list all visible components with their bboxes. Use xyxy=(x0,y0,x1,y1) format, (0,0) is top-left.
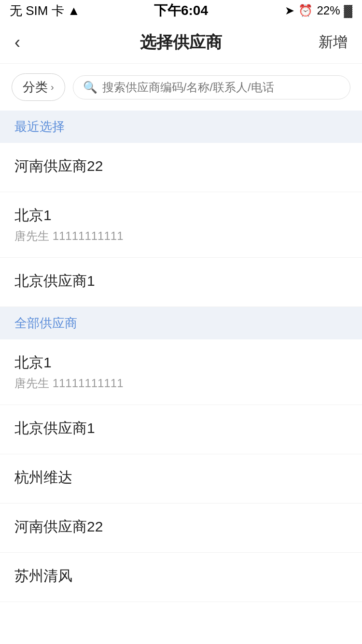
all-section-header: 全部供应商 xyxy=(0,307,362,339)
alarm-icon: ⏰ xyxy=(298,4,313,17)
item-name: 北京1 xyxy=(14,206,348,225)
battery-icon: ▓ xyxy=(344,4,353,17)
category-arrow-icon: › xyxy=(51,82,54,93)
status-left: 无 SIM 卡 ▲ xyxy=(10,2,80,19)
location-icon: ➤ xyxy=(285,4,294,17)
all-section-label: 全部供应商 xyxy=(14,316,77,330)
list-item[interactable]: 北京供应商1 xyxy=(0,258,362,307)
no-sim-text: 无 SIM 卡 ▲ xyxy=(10,2,80,19)
recent-section-header: 最近选择 xyxy=(0,111,362,143)
search-box[interactable]: 🔍 xyxy=(73,75,350,99)
list-item[interactable]: 杭州维达 xyxy=(0,454,362,504)
filter-bar: 分类 › 🔍 xyxy=(0,64,362,111)
all-list: 北京1唐先生 11111111111北京供应商1杭州维达河南供应商22苏州清风 xyxy=(0,339,362,602)
page-title: 选择供应商 xyxy=(140,31,222,54)
status-time: 下午6:04 xyxy=(154,1,208,20)
item-name: 杭州维达 xyxy=(14,468,348,488)
list-item[interactable]: 北京1唐先生 11111111111 xyxy=(0,192,362,258)
list-item[interactable]: 北京1唐先生 11111111111 xyxy=(0,339,362,405)
list-item[interactable]: 河南供应商22 xyxy=(0,143,362,192)
recent-list: 河南供应商22北京1唐先生 11111111111北京供应商1 xyxy=(0,143,362,307)
search-input[interactable] xyxy=(102,81,340,94)
status-bar: 无 SIM 卡 ▲ 下午6:04 ➤ ⏰ 22% ▓ xyxy=(0,0,362,21)
item-name: 河南供应商22 xyxy=(14,517,348,537)
search-icon: 🔍 xyxy=(83,81,97,94)
list-item[interactable]: 北京供应商1 xyxy=(0,405,362,454)
category-label: 分类 xyxy=(23,79,48,96)
item-name: 北京供应商1 xyxy=(14,419,348,438)
list-item[interactable]: 苏州清风 xyxy=(0,553,362,602)
recent-section-label: 最近选择 xyxy=(14,119,65,134)
item-name: 北京供应商1 xyxy=(14,271,348,291)
item-name: 河南供应商22 xyxy=(14,156,348,176)
battery-text: 22% xyxy=(317,4,340,17)
add-button[interactable]: 新增 xyxy=(319,32,348,52)
item-detail: 唐先生 11111111111 xyxy=(14,376,348,391)
nav-bar: ‹ 选择供应商 新增 xyxy=(0,21,362,64)
list-item[interactable]: 河南供应商22 xyxy=(0,504,362,553)
status-right: ➤ ⏰ 22% ▓ xyxy=(285,4,352,17)
item-name: 北京1 xyxy=(14,353,348,373)
item-detail: 唐先生 11111111111 xyxy=(14,228,348,244)
item-name: 苏州清风 xyxy=(14,566,348,586)
category-button[interactable]: 分类 › xyxy=(12,73,65,101)
back-button[interactable]: ‹ xyxy=(14,32,43,53)
